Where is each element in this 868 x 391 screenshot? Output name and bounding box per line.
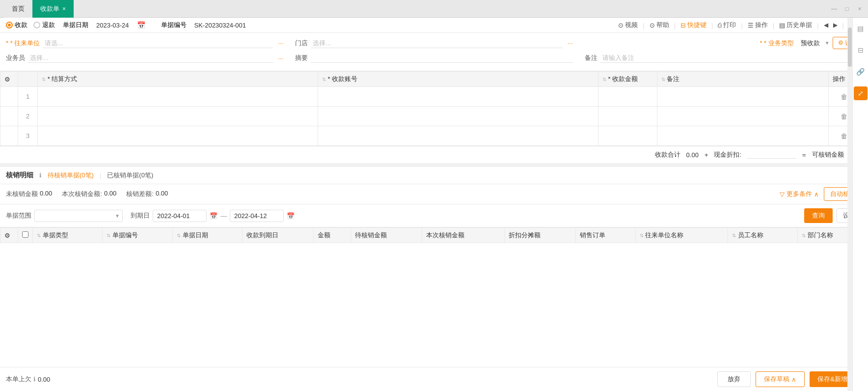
row-gear-3 [0,126,18,146]
row-account-3[interactable] [318,126,598,146]
verify-order-header: 销售订单 [575,228,635,243]
done-tab[interactable]: 已核销单据(0笔) [107,171,153,180]
row-amount-3[interactable] [598,126,657,146]
toolbar: 收款 退款 单据日期 2023-03-24 📅 单据编号 SK-20230324… [0,18,868,33]
start-calendar-icon[interactable]: 📅 [210,212,217,220]
range-select[interactable] [34,210,123,222]
salesperson-input[interactable] [28,53,273,63]
delete-icon-1[interactable]: 🗑 [841,93,847,101]
close-button[interactable]: × [855,4,864,13]
refund-radio[interactable]: 退款 [33,21,55,29]
pending-tab[interactable]: 待核销单据(0笔) [48,171,94,180]
scrollbar[interactable] [847,18,852,391]
business-type-chevron-icon[interactable]: ▼ [825,40,830,46]
row-settlement-2[interactable] [38,107,318,126]
row-settlement-3[interactable] [38,126,318,146]
video-button[interactable]: ⊙ 视频 [618,21,638,29]
query-button[interactable]: 查询 [804,208,833,223]
shortcut-button[interactable]: ⊟ 快捷键 [680,21,706,29]
history-icon: ▤ [779,22,785,29]
summary-row: 收款合计 0.00 + 现金折扣: = 可核销金额 0.00 [0,146,868,163]
help-button[interactable]: ⊙ 帮助 [650,21,669,29]
sidebar-list-icon[interactable]: ⊟ [854,43,868,57]
tab-home[interactable]: 首页 [4,0,32,18]
salesperson-field: 业务员 ··· [6,53,283,63]
verify-filter: 单据范围 ▼ 到期日 📅 — 📅 查询 设置 [0,204,868,227]
delete-icon-2[interactable]: 🗑 [841,112,847,120]
tab-active[interactable]: 收款单 × [32,0,74,18]
prev-page-button[interactable]: ◀ [824,22,828,28]
shortcut-icon: ⊟ [680,22,686,29]
summary-field: 摘要 [295,53,572,63]
row-amount-1[interactable] [598,87,657,107]
bottom-value: 0.00 [38,376,50,383]
sidebar-expand-icon[interactable]: ⤢ [854,86,868,100]
due-date-end-input[interactable] [230,210,284,222]
end-calendar-icon[interactable]: 📅 [287,212,295,220]
history-button[interactable]: ▤ 历史单据 [779,21,812,29]
row-account-1[interactable] [318,87,598,107]
range-label: 单据范围 [6,211,31,220]
diff-value: 0.00 [156,190,168,198]
verify-table-wrap: ⚙ ⇅ 单据类型 ⇅ 单据编号 ⇅ [0,227,868,367]
more-conditions-chevron-icon: ∧ [814,191,819,198]
verify-date-header: ⇅ 单据日期 [172,228,242,243]
tab-close-icon[interactable]: × [62,0,66,18]
tab-bar: 首页 收款单 × — □ × [0,0,868,18]
counterpart-input[interactable] [43,38,273,48]
sidebar-table-icon[interactable]: ▤ [854,22,868,35]
row-account-2[interactable] [318,107,598,126]
abandon-button[interactable]: 放弃 [717,371,751,387]
save-draft-chevron-icon: ∧ [791,376,796,383]
verify-counterpart-sort-icon: ⇅ [640,233,644,238]
verify-table-header-row: ⚙ ⇅ 单据类型 ⇅ 单据编号 ⇅ [0,228,868,243]
summary-input[interactable] [311,53,572,63]
print-button[interactable]: ⎙ 打印 [718,21,736,29]
verify-gear-header[interactable]: ⚙ [0,228,18,243]
bottom-label: 本单上欠 [6,375,31,384]
sidebar-link-icon[interactable]: 🔗 [854,65,868,79]
row-remark-1[interactable] [657,87,828,107]
discount-input[interactable] [747,151,796,159]
delete-icon-3[interactable]: 🗑 [841,132,847,140]
row-remark-3[interactable] [657,126,828,146]
next-page-button[interactable]: ▶ [833,22,838,28]
date-sep: — [220,212,227,220]
verify-counterpart-label: 往来单位名称 [645,231,683,239]
counterpart-more-icon[interactable]: ··· [278,39,283,47]
pending-tab-label: 待核销单据 [48,171,80,179]
shop-input[interactable] [311,38,562,48]
save-new-label: 保存&新增 [817,375,847,384]
settlement-sort-icon: ⇅ [42,77,46,82]
row-num-1: 1 [18,87,38,107]
current-stat: 本次核销金额: 0.00 [62,190,116,198]
equals-sign: = [802,151,806,159]
number-value: SK-20230324-001 [194,22,246,29]
minimize-button[interactable]: — [830,4,839,13]
table-gear-header[interactable]: ⚙ [0,72,18,87]
calendar-icon[interactable]: 📅 [137,21,145,29]
salesperson-more-icon[interactable]: ··· [278,55,283,62]
more-conditions-button[interactable]: ▽ 更多条件 ∧ [780,190,819,198]
main-container: 收款 退款 单据日期 2023-03-24 📅 单据编号 SK-20230324… [0,18,868,391]
due-date-start-input[interactable] [153,210,207,222]
scrollbar-thumb[interactable] [848,28,852,67]
remark-input[interactable] [600,53,862,63]
row-gear-1 [0,87,18,107]
shop-more-icon[interactable]: ··· [568,39,573,47]
receipt-radio[interactable]: 收款 [6,21,27,29]
verify-info-icon[interactable]: ℹ [39,172,42,179]
maximize-button[interactable]: □ [842,4,851,13]
receipt-total-value: 0.00 [686,151,699,159]
current-label: 本次核销金额: [62,190,102,198]
verify-checkbox-header[interactable] [18,228,33,243]
gear-icon: ⚙ [4,76,10,83]
save-draft-button[interactable]: 保存草稿 ∧ [756,371,805,387]
bottom-info-icon[interactable]: ℹ [33,376,36,383]
row-remark-2[interactable] [657,107,828,126]
row-settlement-1[interactable] [38,87,318,107]
row-amount-2[interactable] [598,107,657,126]
operation-button[interactable]: ☰ 操作 [748,21,768,29]
select-all-checkbox[interactable] [22,231,28,238]
tab-active-label: 收款单 [40,0,59,18]
